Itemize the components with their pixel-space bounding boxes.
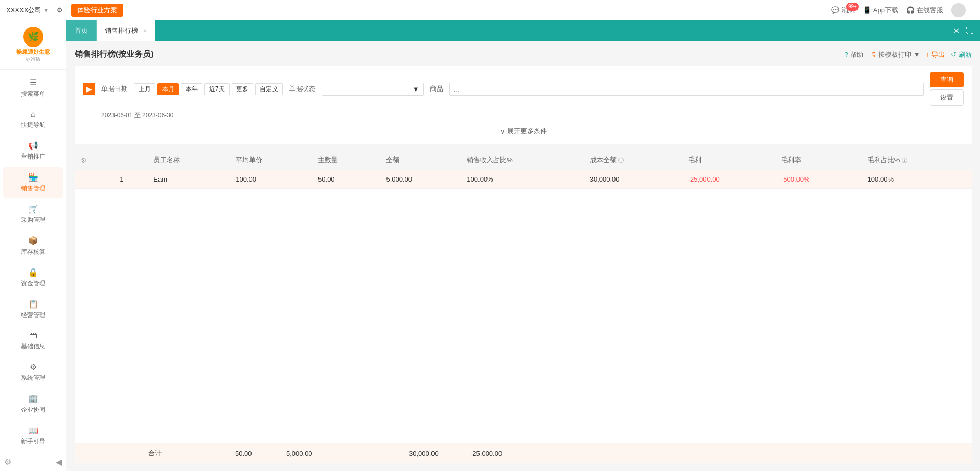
cell-sales-ratio: 100.00% <box>461 170 583 189</box>
date-btn-current-year[interactable]: 本年 <box>181 83 202 95</box>
tab-maximize-icon[interactable]: ⛶ <box>966 26 974 35</box>
sidebar: 🌿 畅康通好生意 标准版 ☰ 搜索菜单 ⌂ 快捷导航 📢 营销推广 🏪 销售管理 <box>0 20 66 471</box>
cell-cost: 30,000.00 <box>584 170 682 189</box>
cell-settings <box>75 170 113 189</box>
date-btn-7days[interactable]: 近7天 <box>204 83 230 95</box>
tab-bar: 首页 销售排行榜 × ✕ ⛶ <box>66 20 980 41</box>
company-selector[interactable]: XXXXX公司 ▼ <box>6 6 49 15</box>
sidebar-item-label: 销售管理 <box>21 184 45 193</box>
cell-quantity: 50.00 <box>312 170 380 189</box>
status-select[interactable]: ▼ <box>322 83 424 96</box>
tab-close-window-icon[interactable]: ✕ <box>953 26 960 36</box>
app-header: XXXXX公司 ▼ ⚙ 体验行业方案 💬 消息 99+ 📱 App下载 🎧 在线… <box>0 0 980 20</box>
main-container: 🌿 畅康通好生意 标准版 ☰ 搜索菜单 ⌂ 快捷导航 📢 营销推广 🏪 销售管理 <box>0 20 980 471</box>
purchase-icon: 🛒 <box>28 204 38 214</box>
basic-info-icon: 🗃 <box>29 331 37 340</box>
query-button[interactable]: 查询 <box>930 72 964 87</box>
sidebar-item-label: 搜索菜单 <box>21 89 45 98</box>
sidebar-settings-icon[interactable]: ⚙ <box>4 457 11 467</box>
header-right: 💬 消息 99+ 📱 App下载 🎧 在线客服 <box>831 3 974 17</box>
trial-button[interactable]: 体验行业方案 <box>71 4 123 17</box>
sidebar-collapse-icon[interactable]: ◀ <box>56 457 62 467</box>
filter-expand-arrow[interactable]: ▶ <box>83 83 95 95</box>
date-label: 单据日期 <box>101 84 128 94</box>
sidebar-item-purchase[interactable]: 🛒 采购管理 <box>3 199 63 230</box>
sidebar-item-guide[interactable]: 📖 新手引导 <box>3 420 63 451</box>
guide-icon: 📖 <box>28 425 38 435</box>
date-buttons: 上月 本月 本年 近7天 更多 自定义 <box>134 83 283 95</box>
sidebar-item-label: 企业协同 <box>21 406 45 414</box>
goods-input[interactable]: ... <box>449 83 924 96</box>
sidebar-item-label: 库存核算 <box>21 248 45 256</box>
tab-sales-ranking[interactable]: 销售排行榜 × <box>97 20 155 41</box>
headset-icon: 🎧 <box>906 6 915 14</box>
sidebar-item-finance[interactable]: 🔒 资金管理 <box>3 262 63 293</box>
status-label: 单据状态 <box>289 84 315 94</box>
sidebar-item-system[interactable]: ⚙ 系统管理 <box>3 357 63 388</box>
sidebar-item-label: 基础信息 <box>21 342 45 351</box>
tab-home[interactable]: 首页 <box>66 20 97 41</box>
date-btn-more[interactable]: 更多 <box>232 83 253 95</box>
sidebar-item-inventory[interactable]: 📦 库存核算 <box>3 231 63 261</box>
tab-actions: ✕ ⛶ <box>947 20 980 41</box>
col-settings[interactable]: ⚙ <box>75 150 113 170</box>
col-avg-price: 平均单价 <box>230 150 312 170</box>
page-actions: ? 帮助 🖨 按模板打印 ▼ ↑ 导出 ↺ 刷新 <box>844 50 972 59</box>
footer-cost: 30,000.00 <box>403 450 464 457</box>
help-button[interactable]: ? 帮助 <box>844 50 863 59</box>
sidebar-item-label: 系统管理 <box>21 374 45 383</box>
date-btn-prev-month[interactable]: 上月 <box>134 83 155 95</box>
page-header: 销售排行榜(按业务员) ? 帮助 🖨 按模板打印 ▼ ↑ 导出 <box>75 49 972 60</box>
marketing-icon: 📢 <box>28 141 38 150</box>
filter-row-1: ▶ 单据日期 上月 本月 本年 近7天 更多 自定义 单据状态 <box>83 72 964 106</box>
sidebar-item-quick-nav[interactable]: ⌂ 快捷导航 <box>3 104 63 134</box>
online-service-button[interactable]: 🎧 在线客服 <box>906 6 943 15</box>
message-button[interactable]: 💬 消息 99+ <box>831 6 855 15</box>
app-icon: 📱 <box>863 6 871 14</box>
cell-gross: -25,000.00 <box>682 170 775 189</box>
logo-text: 畅康通好生意 <box>16 48 50 56</box>
content-area: 首页 销售排行榜 × ✕ ⛶ 销售排行榜(按业务员) ? 帮助 <box>66 20 980 471</box>
status-chevron-icon: ▼ <box>413 85 419 93</box>
tab-close-icon[interactable]: × <box>143 27 147 34</box>
col-amount: 全额 <box>380 150 461 170</box>
date-btn-current-month[interactable]: 本月 <box>157 83 179 95</box>
cost-info-icon[interactable]: ⓘ <box>618 157 624 163</box>
user-avatar[interactable] <box>951 3 966 17</box>
col-gross-ratio: 毛利占比% ⓘ <box>861 150 972 170</box>
system-icon: ⚙ <box>30 362 37 372</box>
sidebar-nav: ☰ 搜索菜单 ⌂ 快捷导航 📢 营销推广 🏪 销售管理 🛒 采购管理 📦 库 <box>0 70 66 453</box>
date-btn-custom[interactable]: 自定义 <box>255 83 283 95</box>
sidebar-bottom: ⚙ ◀ <box>0 453 66 471</box>
date-range-display: 2023-06-01 至 2023-06-30 <box>101 111 964 120</box>
cell-gross-rate: -500.00% <box>775 170 861 189</box>
goods-label: 商品 <box>430 84 443 94</box>
sidebar-item-marketing[interactable]: 📢 营销推广 <box>3 136 63 166</box>
sidebar-item-enterprise[interactable]: 🏢 企业协同 <box>3 389 63 419</box>
tab-home-label: 首页 <box>75 26 88 35</box>
app-download-button[interactable]: 📱 App下载 <box>863 6 898 15</box>
action-buttons: 查询 设置 <box>930 72 964 106</box>
filter-area: ▶ 单据日期 上月 本月 本年 近7天 更多 自定义 单据状态 <box>75 66 972 144</box>
sales-icon: 🏪 <box>28 172 38 182</box>
help-icon: ? <box>844 51 848 58</box>
page-title: 销售排行榜(按业务员) <box>75 49 154 60</box>
sidebar-item-search-order[interactable]: ☰ 搜索菜单 <box>3 73 63 103</box>
col-name: 员工名称 <box>147 150 230 170</box>
filter-settings-button[interactable]: 设置 <box>930 89 964 106</box>
expand-more-button[interactable]: ∨ 展开更多条件 <box>83 125 964 138</box>
sidebar-item-basic-info[interactable]: 🗃 基础信息 <box>3 326 63 356</box>
sidebar-item-label: 营销推广 <box>21 152 45 161</box>
export-button[interactable]: ↑ 导出 <box>926 50 945 59</box>
template-print-button[interactable]: 🖨 按模板打印 ▼ <box>870 50 920 59</box>
header-settings-icon[interactable]: ⚙ <box>53 3 67 17</box>
logo-area: 🌿 畅康通好生意 标准版 <box>0 20 66 70</box>
sidebar-item-operations[interactable]: 📋 经营管理 <box>3 294 63 325</box>
gross-ratio-info-icon[interactable]: ⓘ <box>902 157 907 163</box>
search-order-icon: ☰ <box>30 78 37 87</box>
refresh-button[interactable]: ↺ 刷新 <box>951 50 972 59</box>
company-name: XXXXX公司 <box>6 6 41 15</box>
col-rank <box>113 150 147 170</box>
table-header: ⚙ 员工名称 平均单价 主数量 全额 销售收入占比% 成本全额 ⓘ 毛利 毛利率 <box>75 150 972 170</box>
sidebar-item-sales[interactable]: 🏪 销售管理 <box>3 167 63 198</box>
